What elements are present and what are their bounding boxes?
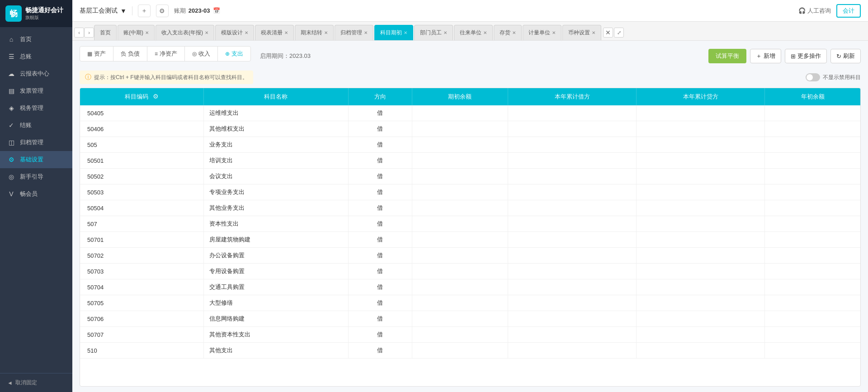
tab-close-icon-10[interactable]: ✕ [512, 30, 516, 35]
sidebar-icon-1: ☰ [7, 53, 15, 60]
table-row[interactable]: 50704 交通工具购置 借 [80, 279, 860, 295]
table-row[interactable]: 507 资本性支出 借 [80, 216, 860, 232]
table-row[interactable]: 50502 会议支出 借 [80, 169, 860, 184]
tab-税表清册[interactable]: 税表清册✕ [255, 25, 294, 40]
table-row[interactable]: 510 其他支出 借 [80, 343, 860, 359]
sidebar-item-归档管理[interactable]: ◫ 归档管理 [0, 134, 72, 151]
table-row[interactable]: 50707 其他资本性支出 借 [80, 327, 860, 343]
filter-tab-负债[interactable]: 负 负债 [113, 47, 147, 61]
calculate-btn[interactable]: 试算平衡 [708, 49, 746, 63]
cell-code-15: 510 [80, 343, 203, 359]
cell-ytd-debit-2 [508, 137, 637, 153]
cell-year-begin-3 [765, 153, 860, 169]
refresh-btn[interactable]: ↻ 刷新 [830, 49, 861, 63]
tab-close-icon-6[interactable]: ✕ [364, 30, 368, 35]
cell-code-4: 50502 [80, 169, 203, 184]
cell-ytd-credit-0 [637, 105, 765, 121]
settings-btn[interactable]: ⚙ [156, 5, 169, 17]
tab-close-icon-4[interactable]: ✕ [284, 30, 288, 35]
help-btn[interactable]: 🎧 人工咨询 [798, 7, 831, 15]
filter-tab-收入[interactable]: ◎ 收入 [185, 47, 218, 61]
col-ytd-credit: 本年累计贷方 [637, 88, 765, 105]
tab-存货[interactable]: 存货✕ [494, 25, 522, 40]
sidebar-icon-3: ▤ [7, 87, 15, 94]
cell-name-1: 其他维权支出 [203, 121, 348, 137]
tab-scroll-left[interactable]: ‹ [74, 28, 84, 38]
tab-账(中期)[interactable]: 账(中期)✕ [118, 25, 155, 40]
cell-ytd-credit-12 [637, 295, 765, 311]
sidebar-item-云报表中心[interactable]: ☁ 云报表中心 [0, 65, 72, 82]
logo-icon: 畅 [5, 5, 22, 22]
tab-归档管理[interactable]: 归档管理✕ [335, 25, 373, 40]
sidebar-item-首页[interactable]: ⌂ 首页 [0, 31, 72, 48]
sidebar: 畅 畅捷通好会计 旗舰版 ⌂ 首页☰ 总账☁ 云报表中心▤ 发票管理◈ 税务管理… [0, 0, 72, 392]
col-ytd-debit: 本年累计借方 [508, 88, 637, 105]
more-btn[interactable]: ⊞ 更多操作 [785, 49, 827, 63]
table-row[interactable]: 50504 其他业务支出 借 [80, 200, 860, 216]
column-settings-icon[interactable]: ⚙ [153, 93, 159, 100]
cell-year-begin-2 [765, 137, 860, 153]
tab-close-icon-3[interactable]: ✕ [245, 30, 248, 35]
table-row[interactable]: 50705 大型修缮 借 [80, 295, 860, 311]
sidebar-item-总账[interactable]: ☰ 总账 [0, 48, 72, 65]
cell-period-15 [412, 343, 508, 359]
tab-首页[interactable]: 首页 [94, 25, 117, 40]
tab-收入支出表(年报)[interactable]: 收入支出表(年报)✕ [156, 25, 214, 40]
tab-scroll-right[interactable]: › [84, 28, 94, 38]
add-btn[interactable]: ＋ 新增 [750, 49, 781, 63]
table-row[interactable]: 50702 办公设备购置 借 [80, 248, 860, 264]
tab-close-icon-2[interactable]: ✕ [205, 30, 208, 35]
account-btn[interactable]: 会计 [836, 4, 861, 18]
sidebar-item-新手引导[interactable]: ◎ 新手引导 [0, 168, 72, 185]
topbar-right: 🎧 人工咨询 会计 [798, 4, 861, 18]
disable-toggle-switch[interactable] [806, 73, 820, 81]
cell-name-9: 办公设备购置 [203, 248, 348, 264]
sidebar-item-基础设置[interactable]: ⚙ 基础设置 [0, 151, 72, 168]
tab-close-icon-12[interactable]: ✕ [592, 30, 595, 35]
close-all-tabs[interactable]: ✕ [603, 28, 613, 38]
tab-往来单位[interactable]: 往来单位✕ [454, 25, 493, 40]
tab-close-icon-11[interactable]: ✕ [552, 30, 556, 35]
tab-close-icon-9[interactable]: ✕ [483, 30, 487, 35]
table-row[interactable]: 505 业务支出 借 [80, 137, 860, 153]
cell-direction-5: 借 [348, 184, 412, 200]
tab-close-icon-1[interactable]: ✕ [145, 30, 149, 35]
collapse-icon: ◄ [7, 380, 13, 386]
tab-close-icon-8[interactable]: ✕ [443, 30, 447, 35]
tab-close-icon-7[interactable]: ✕ [404, 30, 407, 35]
table-row[interactable]: 50503 专项业务支出 借 [80, 184, 860, 200]
tab-部门员工[interactable]: 部门员工✕ [414, 25, 453, 40]
filter-tab-净资产[interactable]: ≡ 净资产 [147, 47, 185, 61]
filter-bar-outer: ▦ 资产负 负债≡ 净资产◎ 收入⊕ 支出 启用期间：2023.03 [80, 46, 311, 66]
sidebar-item-税务管理[interactable]: ◈ 税务管理 [0, 99, 72, 117]
tab-期末结转[interactable]: 期末结转✕ [295, 25, 334, 40]
org-selector[interactable]: 基层工会测试 ▼ [80, 7, 127, 15]
tab-计量单位[interactable]: 计量单位✕ [523, 25, 561, 40]
cell-ytd-debit-11 [508, 279, 637, 295]
add-org-btn[interactable]: ＋ [138, 5, 151, 17]
table-row[interactable]: 50405 运维维支出 借 [80, 105, 860, 121]
table-row[interactable]: 50703 专用设备购置 借 [80, 264, 860, 279]
filter-tab-资产[interactable]: ▦ 资产 [80, 47, 113, 61]
add-icon: ＋ [756, 52, 762, 60]
info-icon: ⓘ [85, 73, 91, 81]
filter-label-1: 负债 [128, 50, 140, 58]
sidebar-collapse[interactable]: ◄ 取消固定 [0, 373, 72, 392]
sidebar-item-结账[interactable]: ✓ 结账 [0, 117, 72, 134]
tab-币种设置[interactable]: 币种设置✕ [562, 25, 601, 40]
tab-close-icon-5[interactable]: ✕ [324, 30, 328, 35]
col-year-begin: 年初余额 [765, 88, 860, 105]
table-row[interactable]: 50406 其他维权支出 借 [80, 121, 860, 137]
tab-模版设计[interactable]: 模版设计✕ [215, 25, 254, 40]
filter-tab-支出[interactable]: ⊕ 支出 [218, 47, 250, 61]
expand-window[interactable]: ⤢ [614, 28, 624, 38]
cell-year-begin-11 [765, 279, 860, 295]
cell-direction-12: 借 [348, 295, 412, 311]
table-row[interactable]: 50501 培训支出 借 [80, 153, 860, 169]
table-row[interactable]: 50706 信息网络购建 借 [80, 311, 860, 327]
tab-科目期初[interactable]: 科目期初✕ [374, 25, 413, 40]
table-row[interactable]: 50701 房屋建筑物购建 借 [80, 232, 860, 248]
sidebar-item-发票管理[interactable]: ▤ 发票管理 [0, 82, 72, 99]
calendar-icon[interactable]: 📅 [213, 7, 220, 14]
sidebar-item-畅会员[interactable]: V 畅会员 [0, 185, 72, 203]
